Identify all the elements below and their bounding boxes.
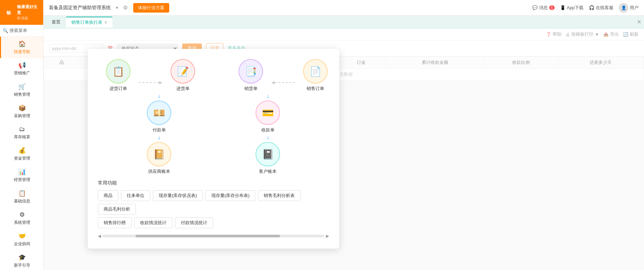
- receipt-label: 收款单: [261, 127, 275, 133]
- func-btn-product-profit[interactable]: 商品毛利分析: [98, 204, 136, 215]
- svg-text:畅: 畅: [6, 10, 11, 15]
- func-btn-product[interactable]: 商品: [98, 190, 118, 201]
- arrow-1: ▶: [139, 80, 162, 92]
- flow-item-purchase-bill[interactable]: 📝 进货单: [162, 59, 203, 92]
- func-btn-sales-rank[interactable]: 销售排行榜: [98, 217, 132, 228]
- flow-col-supplier: ↓ 📔 供应商账本: [139, 133, 179, 175]
- scroll-left-arrow[interactable]: ◀: [98, 234, 101, 238]
- flow-col-customer: ↓ 📓 客户账本: [247, 133, 288, 175]
- func-btn-partner[interactable]: 往来单位: [121, 190, 150, 201]
- sales-bill-icon: 📑: [245, 66, 257, 77]
- message-label: 消息: [539, 5, 548, 11]
- arrow-down-4: ↓: [266, 134, 269, 141]
- sidebar-item-enterprise[interactable]: 🤝 企业协同: [0, 229, 43, 250]
- sidebar-item-label: 系统管理: [14, 220, 30, 226]
- user-button[interactable]: 👤 用户: [619, 3, 639, 13]
- message-icon: 💬: [532, 5, 538, 10]
- common-functions-title: 常用功能: [98, 180, 329, 186]
- func-btn-receipt-stats[interactable]: 收款情况统计: [134, 217, 172, 228]
- logo-text: 畅康通好生意 标准版: [17, 4, 40, 21]
- purchase-bill-label: 进货单: [176, 86, 190, 92]
- func-btn-payment-stats[interactable]: 付款情况统计: [175, 217, 213, 228]
- sidebar-item-sales[interactable]: 🛒 销售管理: [0, 79, 43, 101]
- arrow-right-1: ▶: [159, 80, 162, 85]
- sidebar-item-label: 资金管理: [14, 156, 30, 161]
- func-btn-stock-status[interactable]: 现存量(库存状况表): [153, 190, 203, 201]
- flow-item-supplier-account[interactable]: 📔 供应商账本: [139, 142, 179, 175]
- enterprise-icon: 🤝: [18, 232, 26, 240]
- purchase-bill-circle: 📝: [171, 59, 195, 84]
- settings-icon[interactable]: ⚙: [123, 4, 128, 11]
- operations-icon: 📊: [18, 168, 26, 176]
- flow-item-customer-account[interactable]: 📓 客户账本: [247, 142, 288, 175]
- home-icon: 🏠: [18, 40, 26, 48]
- customer-label: 客户账本: [259, 168, 277, 175]
- message-button[interactable]: 💬 消息 6: [532, 5, 555, 11]
- trial-button[interactable]: 体验行业方案: [133, 3, 169, 13]
- system-dropdown[interactable]: ▼: [115, 5, 119, 10]
- sidebar-item-label: 经营管理: [14, 177, 30, 183]
- func-buttons-row1: 商品 往来单位 现存量(库存状况表) 现存量(库存分布表) 销售毛利分析表 商品…: [98, 190, 329, 215]
- payment-circle: 💴: [147, 101, 171, 125]
- scroll-track: [102, 235, 325, 237]
- dashed-line-1: [139, 82, 159, 83]
- supplier-icon: 📔: [153, 149, 165, 160]
- supplier-circle: 📔: [147, 142, 171, 166]
- online-service-button[interactable]: 🎧 在线客服: [589, 5, 613, 11]
- sidebar-item-label: 快捷导航: [14, 49, 30, 55]
- sidebar-item-operations[interactable]: 📊 经营管理: [0, 165, 43, 186]
- supplier-label: 供应商账本: [148, 168, 170, 175]
- common-functions: 常用功能 商品 往来单位 现存量(库存状况表) 现存量(库存分布表) 销售毛利分…: [98, 180, 329, 228]
- app-download-button[interactable]: 📱 App下载: [560, 5, 584, 11]
- sales-order-circle: 📄: [303, 59, 328, 84]
- flow-bottom-row: ↓ 📔 供应商账本 ↓: [98, 133, 288, 175]
- sidebar-item-label: 营销推广: [14, 70, 30, 76]
- purchase-icon: 📦: [18, 104, 26, 112]
- popup-scrollbar: ◀ ▶: [98, 234, 329, 238]
- purchase-order-icon: 📋: [112, 66, 124, 77]
- tab-close-button[interactable]: ×: [104, 20, 107, 25]
- sidebar-item-label: 企业协同: [14, 241, 30, 247]
- sidebar: 畅 畅康通好生意 标准版 🔍 搜索菜单 🏠 快捷导航 📢 营销推广 🛒 销售管理: [0, 0, 43, 270]
- sidebar-item-label: 采购管理: [14, 113, 30, 119]
- search-menu[interactable]: 🔍 搜索菜单: [0, 25, 43, 37]
- finance-icon: 💰: [18, 147, 26, 154]
- basic-icon: 📋: [18, 190, 26, 197]
- scroll-thumb[interactable]: [136, 235, 280, 237]
- sidebar-logo[interactable]: 畅 畅康通好生意 标准版: [0, 0, 43, 25]
- sidebar-item-quick-nav[interactable]: 🏠 快捷导航: [0, 37, 43, 58]
- sidebar-item-purchase[interactable]: 📦 采购管理: [0, 101, 43, 122]
- flow-col-receipt: ↓ 💳 收款单: [247, 92, 288, 133]
- marketing-icon: 📢: [18, 61, 26, 69]
- tab-active-label: 销售订单执行表: [71, 19, 102, 25]
- purchase-order-circle: 📋: [106, 59, 130, 84]
- scroll-right-arrow[interactable]: ▶: [326, 234, 329, 238]
- flow-item-payment[interactable]: 💴 付款单: [139, 101, 179, 133]
- flow-item-sales-order[interactable]: 📄 销售订单: [295, 59, 336, 92]
- tab-home[interactable]: 首页: [46, 17, 66, 27]
- flow-item-sales-bill[interactable]: 📑 销货单: [230, 59, 271, 92]
- sidebar-item-system[interactable]: ⚙ 系统管理: [0, 208, 43, 229]
- payment-icon: 💴: [153, 107, 165, 119]
- sidebar-item-finance[interactable]: 💰 资金管理: [0, 143, 43, 165]
- flow-top-row: 📋 进货订单 ▶ 📝: [98, 59, 336, 92]
- sidebar-item-guide[interactable]: 🎓 新手引导: [0, 250, 43, 270]
- close-all-tabs[interactable]: ✕: [637, 19, 641, 25]
- sidebar-item-basic[interactable]: 📋 基础信息: [0, 186, 43, 208]
- flow-mid-row: ↓ 💴 付款单 ↓: [98, 92, 288, 133]
- quick-nav-popup: 📋 进货订单 ▶ 📝: [88, 49, 339, 249]
- sidebar-item-marketing[interactable]: 📢 营销推广: [0, 58, 43, 79]
- main-content: 装备及固定资产辅助管理系统 ▼ ⚙ 体验行业方案 💬 消息 6 📱 App下载 …: [43, 0, 644, 270]
- func-btn-stock-dist[interactable]: 现存量(库存分布表): [206, 190, 256, 201]
- customer-icon: 📓: [262, 149, 274, 160]
- sidebar-item-inventory[interactable]: 🗂 库存核算: [0, 122, 43, 143]
- flow-diagram: 📋 进货订单 ▶ 📝: [98, 59, 329, 175]
- logo-icon: 畅: [3, 6, 14, 19]
- gap-mid: [179, 92, 247, 133]
- flow-item-receipt[interactable]: 💳 收款单: [247, 101, 288, 133]
- func-btn-sales-profit[interactable]: 销售毛利分析表: [258, 190, 300, 201]
- sidebar-item-label: 销售管理: [14, 92, 30, 97]
- flow-item-purchase-order[interactable]: 📋 进货订单: [98, 59, 139, 92]
- search-icon: 🔍: [3, 28, 8, 33]
- tab-sales-order[interactable]: 销售订单执行表 ×: [66, 17, 112, 28]
